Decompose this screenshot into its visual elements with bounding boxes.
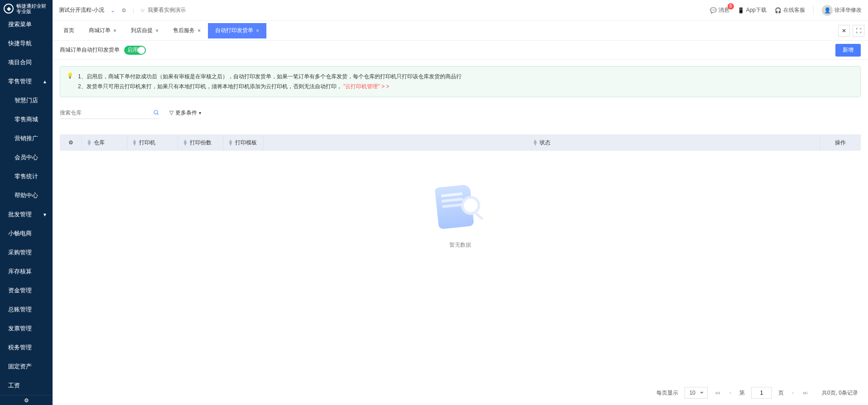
page-next[interactable]: › (790, 390, 796, 396)
page-last[interactable]: ⏭ (801, 390, 810, 396)
sidebar-item-11[interactable]: 小畅电商 (0, 224, 53, 243)
add-button[interactable]: 新增 (835, 44, 861, 57)
subbar: 商城订单自动打印发货单 启用 新增 (53, 41, 868, 60)
more-filters[interactable]: ▽ 更多条件 ▾ (169, 109, 201, 117)
page-first[interactable]: ⏮ (713, 390, 722, 396)
col-template[interactable]: ▲▼打印模板 (223, 135, 263, 150)
col-warehouse[interactable]: ▲▼仓库 (82, 135, 127, 150)
tab-close-button[interactable]: ✕ (838, 25, 850, 37)
lightbulb-icon: 💡 (67, 72, 73, 91)
hand-icon: ☞ (140, 7, 145, 14)
col-status[interactable]: ▲▼状态 (263, 135, 820, 150)
close-icon[interactable]: × (113, 28, 116, 34)
topbar: 测试分开流程-小况 ⌄ ⚙ | ☞ 我要看实例演示 💬 消息 8 📱 App下载 (53, 0, 868, 21)
column-settings[interactable]: ⚙ (60, 135, 82, 150)
sidebar-item-5[interactable]: 零售商城 (0, 110, 53, 129)
tab-2[interactable]: 到店自提× (124, 23, 166, 38)
sidebar-item-0[interactable]: 搜索菜单 (0, 15, 53, 34)
empty-state: 暂无数据 (60, 151, 861, 272)
info-line-2: 2、发货单只可用云打印机来打，如果只有本地打印机，须将本地打印机添加为云打印机，… (78, 82, 462, 92)
cloud-printer-link[interactable]: "云打印机管理" > > (343, 83, 389, 90)
chevron-down-icon: ▾ (199, 110, 201, 115)
tab-3[interactable]: 售后服务× (166, 23, 208, 38)
sidebar-item-6[interactable]: 营销推广 (0, 129, 53, 148)
tabs: 首页商城订单×到店自提×售后服务×自动打印发货单× ✕ ⛶ (53, 21, 868, 41)
empty-text: 暂无数据 (449, 241, 471, 249)
close-icon[interactable]: × (256, 28, 259, 34)
search-input[interactable] (60, 110, 150, 116)
data-table: ⚙ ▲▼仓库 ▲▼打印机 ▲▼打印份数 ▲▼打印模板 ▲▼状态 操作 (60, 134, 861, 151)
close-icon[interactable]: × (155, 28, 159, 34)
app-download-button[interactable]: 📱 App下载 (738, 6, 767, 14)
gear-icon: ⚙ (68, 139, 73, 146)
brand-subtitle: 专业版 (16, 9, 46, 14)
svg-point-0 (154, 110, 158, 114)
fullscreen-button[interactable]: ⛶ (853, 25, 864, 37)
sidebar-item-9[interactable]: 帮助中心 (0, 186, 53, 205)
message-badge: 8 (728, 3, 734, 10)
sidebar-item-13[interactable]: 库存核算 (0, 262, 53, 281)
sidebar-item-3[interactable]: 零售管理▲ (0, 72, 53, 91)
sidebar-item-14[interactable]: 资金管理 (0, 281, 53, 300)
enable-toggle[interactable]: 启用 (124, 46, 146, 55)
phone-icon: 📱 (738, 7, 744, 14)
brand-title: 畅捷通好业财 (16, 3, 46, 9)
sidebar-item-2[interactable]: 项目合同 (0, 53, 53, 72)
gear-icon: ⚙ (24, 397, 29, 404)
sidebar-item-4[interactable]: 智慧门店 (0, 91, 53, 110)
page-total: 共0页, 0条记录 (822, 389, 858, 397)
breadcrumb[interactable]: 测试分开流程-小况 (59, 6, 104, 14)
gear-icon[interactable]: ⚙ (121, 7, 126, 14)
sidebar-item-16[interactable]: 发票管理 (0, 319, 53, 338)
sidebar-item-15[interactable]: 总账管理 (0, 300, 53, 319)
empty-illustration-icon (429, 182, 492, 232)
col-copies[interactable]: ▲▼打印份数 (178, 135, 223, 150)
user-menu[interactable]: 👤 徐泽华修改 (822, 5, 862, 16)
col-actions: 操作 (820, 135, 860, 150)
avatar-icon: 👤 (822, 5, 833, 16)
chat-icon: 💬 (710, 7, 717, 14)
headset-icon: 🎧 (775, 7, 781, 14)
messages-button[interactable]: 💬 消息 8 (710, 6, 729, 14)
info-panel: 💡 1、启用后，商城下单付款成功后（如果有审核是在审核之后），自动打印发货单，如… (60, 66, 861, 97)
sidebar-item-17[interactable]: 税务管理 (0, 338, 53, 357)
sidebar-item-18[interactable]: 固定资产 (0, 357, 53, 376)
warehouse-search[interactable] (60, 106, 159, 119)
caret-icon: ▼ (43, 212, 47, 217)
brand-logo: ◆ 畅捷通好业财 专业版 (0, 0, 53, 15)
close-icon[interactable]: × (198, 28, 201, 34)
page-title: 商城订单自动打印发货单 (60, 46, 120, 54)
tab-4[interactable]: 自动打印发货单× (208, 23, 266, 38)
pagination: 每页显示 10 ⏮ ‹ 第 页 › ⏭ 共0页, 0条记录 (60, 380, 861, 399)
page-input[interactable] (751, 387, 772, 399)
support-button[interactable]: 🎧 在线客服 (775, 6, 805, 14)
sidebar-item-1[interactable]: 快捷导航 (0, 34, 53, 53)
brand-logo-icon: ◆ (4, 4, 14, 14)
sidebar-item-10[interactable]: 批发管理▼ (0, 205, 53, 224)
info-line-1: 1、启用后，商城下单付款成功后（如果有审核是在审核之后），自动打印发货单，如果一… (78, 72, 462, 82)
sidebar-item-8[interactable]: 零售统计 (0, 167, 53, 186)
tab-1[interactable]: 商城订单× (82, 23, 124, 38)
sidebar-item-12[interactable]: 采购管理 (0, 243, 53, 262)
sidebar: ◆ 畅捷通好业财 专业版 搜索菜单快捷导航项目合同零售管理▲智慧门店零售商城营销… (0, 0, 53, 405)
col-printer[interactable]: ▲▼打印机 (127, 135, 178, 150)
page-size-select[interactable]: 10 (685, 387, 708, 399)
filter-icon: ▽ (169, 110, 174, 116)
sidebar-settings[interactable]: ⚙ (0, 395, 53, 405)
search-icon[interactable] (153, 110, 159, 116)
page-prev[interactable]: ‹ (728, 390, 733, 396)
svg-line-1 (157, 113, 159, 114)
sidebar-item-19[interactable]: 工资 (0, 376, 53, 395)
chevron-down-icon[interactable]: ⌄ (111, 7, 115, 14)
demo-link[interactable]: ☞ 我要看实例演示 (140, 6, 186, 14)
sidebar-item-7[interactable]: 会员中心 (0, 148, 53, 167)
caret-icon: ▲ (43, 79, 47, 84)
tab-0[interactable]: 首页 (56, 23, 82, 38)
